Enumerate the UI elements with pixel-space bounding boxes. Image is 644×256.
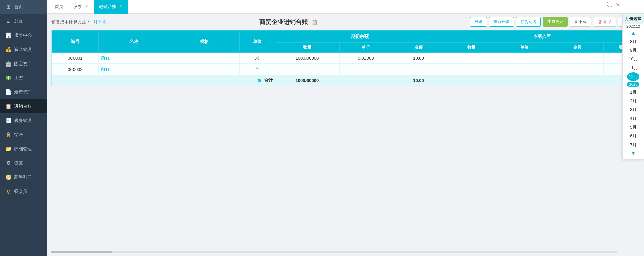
ledger-icon: ≡	[5, 19, 11, 24]
total-ruku-jine	[551, 75, 604, 86]
sidebar-label-home: 首页	[14, 4, 23, 10]
sidebar-item-tax[interactable]: 🧾 税务管理	[0, 113, 47, 128]
cost-method-label: 销售成本计算方法：	[51, 19, 91, 24]
tab-invoice-close[interactable]: ✕	[84, 4, 89, 9]
cell-qichu-jine-1: 10.00	[392, 53, 445, 64]
cell-ruku-danjia-2	[498, 64, 551, 75]
sidebar-item-assets[interactable]: 🏢 固定资产	[0, 57, 47, 71]
sidebar-item-home[interactable]: ⊞ 首页	[0, 0, 47, 14]
help-icon: ❓	[597, 20, 603, 24]
sidebar-item-funds[interactable]: 💰 资金管理	[0, 43, 47, 57]
tab-purchase-sales-close[interactable]: ✕	[118, 4, 123, 9]
month-9[interactable]: 9月	[623, 46, 644, 55]
cell-danwei-1: 只	[240, 53, 275, 64]
sidebar-label-ledger: 总账	[14, 18, 23, 24]
sidebar-item-reports[interactable]: 📊 报表中心	[0, 28, 47, 43]
month-nav-up[interactable]: ▲	[623, 29, 644, 37]
cell-biaohao-2: 000002	[52, 64, 99, 75]
horizontal-scrollbar[interactable]	[51, 251, 617, 253]
cell-qichu-shuliang-2	[275, 64, 340, 75]
window-controls: — ⛶ ✕	[599, 2, 620, 7]
sidebar-label-guide: 新手引导	[14, 174, 32, 180]
sidebar-item-purchase-sales[interactable]: 📋 进销台账	[0, 99, 47, 113]
sidebar-label-close: 结账	[14, 132, 23, 138]
sidebar-item-settings[interactable]: ⚙ 设置	[0, 156, 47, 170]
total-qichu-danjia	[340, 75, 392, 86]
chongxin-button[interactable]: 重新开账	[489, 17, 514, 27]
cell-biaohao-1: 000001	[52, 53, 99, 64]
month-4[interactable]: 4月	[623, 114, 644, 123]
sidebar-label-funds: 资金管理	[14, 47, 32, 53]
cell-ruku-danjia-1	[498, 53, 551, 64]
sidebar-label-assets: 固定资产	[14, 61, 32, 67]
purchase-sales-icon: 📋	[5, 103, 11, 109]
total-row: ◉ 合计 1000.00000 10.00	[52, 75, 639, 86]
assets-icon: 🏢	[5, 61, 11, 67]
sidebar-item-guide[interactable]: 🧭 新手引导	[0, 170, 47, 184]
cell-qichu-jine-2	[392, 64, 445, 75]
month-11[interactable]: 11月	[623, 63, 644, 72]
sidebar-label-settings: 设置	[14, 160, 23, 166]
month-8[interactable]: 8月	[623, 37, 644, 46]
sidebar-item-member[interactable]: V 畅会员	[0, 184, 47, 199]
col-guige: 规格	[169, 31, 240, 53]
month-5[interactable]: 5月	[623, 123, 644, 132]
month-7[interactable]: 7月	[623, 140, 644, 149]
cell-qichu-danjia-2	[340, 64, 392, 75]
cost-method: 销售成本计算方法： 月平均	[51, 19, 107, 25]
cell-guige-2	[169, 64, 240, 75]
cell-ruku-shuliang-1	[445, 53, 498, 64]
tab-invoice[interactable]: 发票 ✕	[68, 0, 94, 14]
table-row: 000001 前缸 只 1000.00000 0.01000 10.00	[52, 53, 639, 64]
month-nav-down[interactable]: ▼	[623, 149, 644, 157]
scrollbar-thumb[interactable]	[51, 251, 112, 253]
cost-method-value: 月平均	[93, 19, 107, 24]
tab-home[interactable]: 首页	[50, 0, 68, 14]
month-picker-title: 月份选择	[623, 14, 644, 24]
cunwei-button[interactable]: 存货别名	[516, 17, 541, 27]
archive-icon: 📁	[5, 146, 11, 152]
total-ruku-shuliang	[445, 75, 498, 86]
sidebar-item-ledger[interactable]: ≡ 总账	[0, 14, 47, 28]
tab-home-label: 首页	[55, 4, 63, 10]
month-10[interactable]: 10月	[623, 55, 644, 63]
col-qichu-danjia: 单价	[340, 43, 392, 53]
download-button[interactable]: ⬇ 下载	[570, 17, 591, 27]
maximize-button[interactable]: ⛶	[607, 2, 612, 7]
download-label: 下载	[579, 19, 587, 25]
tab-purchase-sales[interactable]: 进销台账 ✕	[94, 0, 128, 14]
col-mingcheng: 名称	[99, 31, 169, 53]
content-area: 销售成本计算方法： 月平均 商贸企业进销台账 📋 对账 重新开账 存货别名 生成…	[47, 14, 644, 256]
col-ruku-danjia: 单价	[498, 43, 551, 53]
home-icon: ⊞	[5, 4, 11, 10]
sidebar-label-tax: 税务管理	[14, 118, 32, 124]
month-1[interactable]: 1月	[623, 88, 644, 97]
cell-mingcheng-2[interactable]: 前缸	[99, 64, 169, 75]
close-window-button[interactable]: ✕	[615, 2, 620, 7]
cell-ruku-jine-1	[551, 53, 604, 64]
sidebar-item-close[interactable]: 🔒 结账	[0, 128, 47, 142]
sidebar-item-archive[interactable]: 📁 归档管理	[0, 142, 47, 156]
funds-icon: 💰	[5, 47, 11, 53]
sidebar-label-reports: 报表中心	[14, 32, 32, 39]
sidebar-item-invoice-mgmt[interactable]: 📄 发票管理	[0, 85, 47, 99]
cell-qichu-danjia-1: 0.01000	[340, 53, 392, 64]
duizhang-button[interactable]: 对账	[470, 17, 487, 27]
info-icon[interactable]: 📋	[312, 20, 317, 25]
month-6[interactable]: 6月	[623, 132, 644, 140]
cell-mingcheng-1[interactable]: 前缸	[99, 53, 169, 64]
month-3[interactable]: 3月	[623, 105, 644, 114]
month-12[interactable]: 12月	[627, 72, 639, 81]
reports-icon: 📊	[5, 32, 11, 39]
toolbar-buttons: 对账 重新开账 存货别名 生成凭证 ⬇ 下载 ❓ 帮助 ↻ 刷新	[470, 17, 639, 27]
month-2[interactable]: 2月	[623, 97, 644, 105]
col-ruku-jine: 金额	[551, 43, 604, 53]
minimize-button[interactable]: —	[599, 2, 604, 7]
generate-button[interactable]: 生成凭证	[543, 17, 568, 27]
total-icon: ◉	[258, 78, 261, 83]
help-button[interactable]: ❓ 帮助	[593, 17, 616, 27]
sidebar-label-invoice-mgmt: 发票管理	[14, 89, 32, 95]
sidebar-label-member: 畅会员	[14, 188, 27, 195]
sidebar: ⊞ 首页 ≡ 总账 📊 报表中心 💰 资金管理 🏢 固定资产 💵 工资 📄 发票…	[0, 0, 47, 256]
sidebar-item-salary[interactable]: 💵 工资	[0, 71, 47, 85]
